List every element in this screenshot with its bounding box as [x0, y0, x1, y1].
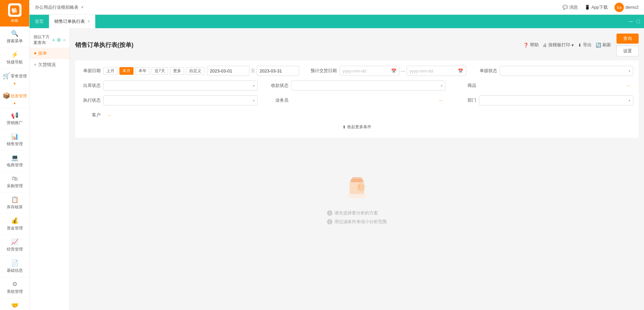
- retail-icon: 🛒: [3, 72, 10, 80]
- sidebar-collapse-btn[interactable]: «: [63, 37, 65, 43]
- print-btn[interactable]: 🖨 按模板打印 ▾: [543, 42, 574, 48]
- search-nav-icon: 🔍: [11, 30, 18, 37]
- filter-row-1: 单据日期 上月 本月 本年 近7天 更多 自定义 2023-03-01: [80, 66, 633, 76]
- sidebar-item-search[interactable]: 🔍 搜索菜单: [0, 27, 29, 48]
- expected-date-separator: —: [401, 68, 405, 73]
- logo-icon: 畅: [8, 3, 21, 17]
- out-status-select[interactable]: [103, 81, 258, 91]
- sidebar-item-operations-label: 经营管理: [7, 247, 23, 252]
- exec-status-select[interactable]: [103, 95, 258, 105]
- sidebar-item-quick-nav[interactable]: ⚡ 快捷导航: [0, 48, 29, 69]
- customer-ellipsis-icon[interactable]: ···: [107, 112, 111, 118]
- message-icon: 💬: [562, 5, 568, 10]
- tab-home-label: 首页: [35, 18, 44, 24]
- goods-select[interactable]: ···: [479, 81, 633, 91]
- date-more-btn[interactable]: 更多: [170, 67, 184, 75]
- sidebar-item-sales[interactable]: 📊 销售管理: [0, 130, 29, 151]
- customer-select[interactable]: ···: [103, 110, 191, 120]
- empty-state-tips: 1 请先选择要分析的方案 2 用过滤条件来缩小分析范围: [327, 209, 387, 226]
- filter-row-2: 出库状态 收款状态: [80, 81, 633, 91]
- date-end-input[interactable]: 2023-03-31: [257, 66, 299, 76]
- salesman-select[interactable]: ···: [291, 95, 445, 105]
- sidebar-item-quick-nav-label: 快捷导航: [7, 59, 23, 65]
- sidebar-item-purchase[interactable]: 🛍 采购管理: [0, 172, 29, 193]
- wholesale-icon: 📦: [3, 92, 10, 99]
- sidebar-item-retail[interactable]: 🛒 零售管理 ▲: [0, 69, 29, 89]
- empty-state-illustration: !: [340, 169, 374, 203]
- filter-collect-status-item: 收款状态: [268, 81, 445, 91]
- help-btn[interactable]: ❓ 帮助: [523, 42, 539, 48]
- date-last-month-btn[interactable]: 上月: [103, 67, 117, 75]
- message-btn[interactable]: 💬 消息: [562, 4, 578, 10]
- export-btn[interactable]: ⬇ 导出: [578, 42, 592, 48]
- print-icon: 🖨: [543, 43, 547, 48]
- add-scheme-btn[interactable]: +: [52, 37, 55, 43]
- order-status-arrow-icon: [629, 69, 630, 73]
- app-logo[interactable]: 畅 标账: [0, 0, 29, 27]
- collapse-row: ⬆ 收起更多条件: [80, 121, 633, 133]
- expected-date-end-input[interactable]: yyyy-mm-dd 📅: [407, 66, 466, 76]
- sidebar-item-finance[interactable]: 💰 资金管理: [0, 214, 29, 235]
- empty-state: ! 1 请先选择要分析的方案 2 用过滤条件来缩小分析范围: [75, 142, 639, 253]
- filter-out-status-item: 出库状态: [80, 81, 258, 91]
- dept-label: 部门: [456, 97, 476, 103]
- collapse-btn[interactable]: ⬆ 收起更多条件: [338, 123, 375, 131]
- sidebar-item-ecommerce-label: 电商管理: [7, 162, 23, 168]
- collab-icon: 🤝: [11, 302, 18, 309]
- filter-order-status-item: 单据状态: [477, 66, 633, 76]
- sidebar-item-inventory-label: 库存核算: [7, 204, 23, 210]
- sidebar-item-marketing[interactable]: 📢 营销推广: [0, 108, 29, 130]
- sidebar-item-operations[interactable]: 📈 经营管理: [0, 235, 29, 256]
- finance-icon: 💰: [11, 217, 18, 224]
- filter-customer-item: 客户 ···: [80, 110, 633, 120]
- date-custom-btn[interactable]: 自定义: [186, 67, 204, 75]
- page-title: 销售订单执行表(按单): [75, 41, 133, 49]
- scheme-dot-active: [34, 52, 36, 54]
- expected-date-start-placeholder: yyyy-mm-dd: [342, 68, 366, 73]
- app-download-btn[interactable]: 📱 App下载: [585, 4, 608, 10]
- sidebar-item-ecommerce[interactable]: 💻 电商管理: [0, 151, 29, 172]
- sidebar-item-system[interactable]: ⚙ 系统管理: [0, 277, 29, 298]
- tab-home[interactable]: 首页: [30, 15, 49, 28]
- date-7days-btn[interactable]: 近7天: [152, 67, 168, 75]
- filter-exec-status-item: 执行状态: [80, 95, 258, 105]
- user-name: demo2: [625, 5, 639, 10]
- query-button[interactable]: 查询: [616, 34, 639, 44]
- sidebar-item-collab[interactable]: 🤝 企业协同: [0, 298, 29, 310]
- ecommerce-icon: 💻: [11, 154, 18, 161]
- salesman-ellipsis-icon[interactable]: ···: [439, 98, 443, 103]
- collect-status-select[interactable]: [291, 81, 445, 91]
- goods-ellipsis-icon[interactable]: ···: [627, 83, 631, 88]
- filter-goods-item: 商品 ···: [456, 81, 633, 91]
- date-this-month-btn[interactable]: 本月: [119, 67, 133, 75]
- refresh-label: 刷新: [602, 42, 611, 48]
- date-separator: 至: [251, 68, 255, 74]
- tip-text-2: 用过滤条件来缩小分析范围: [334, 217, 387, 226]
- system-icon: ⚙: [12, 280, 17, 288]
- tab-minimize-btn[interactable]: ─: [628, 17, 634, 26]
- main-area: 办公用品行业模拟账表 ▾ 💬 消息 📱 App下载 Ea demo2 首页: [30, 0, 644, 310]
- sidebar-item-basic-info[interactable]: 📄 基础信息: [0, 256, 29, 277]
- sidebar-item-inventory[interactable]: 📋 库存核算: [0, 193, 29, 214]
- expected-date-start-input[interactable]: yyyy-mm-dd 📅: [339, 66, 399, 76]
- order-status-select[interactable]: [500, 66, 633, 76]
- refresh-btn[interactable]: 🔄 刷新: [596, 42, 611, 48]
- sidebar-item-wholesale[interactable]: 📦 批发管理 ▲: [0, 89, 29, 108]
- top-bar-arrow-icon[interactable]: ▾: [81, 5, 84, 10]
- tab-maximize-btn[interactable]: □: [635, 17, 641, 26]
- scheme-settings-btn[interactable]: ⚙: [57, 37, 61, 43]
- tab-sales-order[interactable]: 销售订单执行表 ×: [49, 15, 95, 28]
- date-start-value: 2023-03-01: [210, 68, 232, 73]
- dept-select[interactable]: [479, 95, 633, 105]
- user-profile-btn[interactable]: Ea demo2: [614, 3, 639, 12]
- settings-button[interactable]: 设置: [616, 46, 639, 56]
- scheme-item-by-order[interactable]: 按单: [30, 48, 69, 59]
- purchase-icon: 🛍: [12, 175, 18, 182]
- inner-sidebar-header: 按以下方案查询 + ⚙ «: [30, 31, 69, 48]
- tab-close-icon[interactable]: ×: [88, 19, 90, 24]
- tab-bar: 首页 销售订单执行表 × ─ □: [30, 15, 644, 28]
- date-start-input[interactable]: 2023-03-01: [207, 66, 250, 76]
- date-this-year-btn[interactable]: 本年: [136, 67, 150, 75]
- svg-text:!: !: [359, 184, 360, 190]
- scheme-item-shortage[interactable]: 欠货情况: [30, 59, 69, 70]
